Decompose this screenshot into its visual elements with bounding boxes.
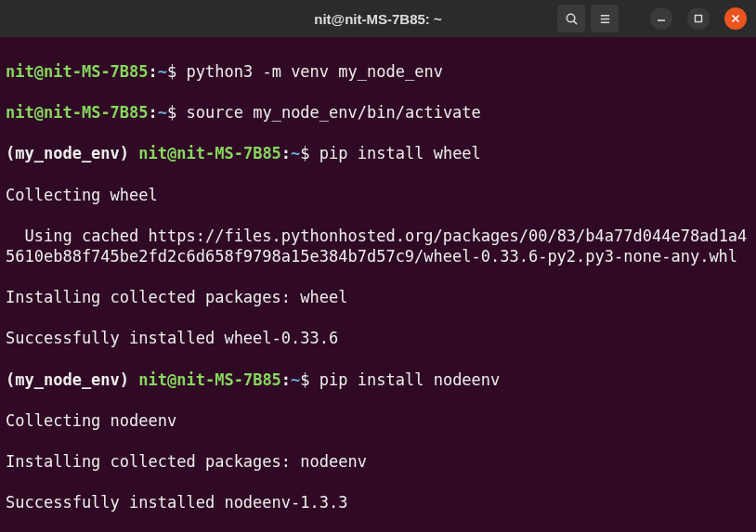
prompt-host: nit-MS-7B85 [176,144,281,162]
terminal-content[interactable]: nit@nit-MS-7B85:~$ python3 -m venv my_no… [0,37,756,532]
search-button[interactable] [557,5,585,32]
prompt-at: @ [167,370,176,389]
prompt-line: nit@nit-MS-7B85:~$ python3 -m venv my_no… [6,61,750,82]
command-text: python3 -m venv my_node_env [187,62,443,81]
prompt-path: ~ [158,62,167,81]
prompt-venv: (my_node_env) [6,144,138,162]
prompt-venv: (my_node_env) [6,370,138,389]
prompt-user: nit [6,62,34,81]
prompt-host: nit-MS-7B85 [44,62,149,81]
close-button[interactable] [724,7,747,30]
prompt-dollar: $ [300,370,319,389]
prompt-line: nit@nit-MS-7B85:~$ source my_node_env/bi… [6,102,750,123]
output-line: Using cached https://files.pythonhosted.… [6,226,750,266]
prompt-colon: : [149,103,158,122]
maximize-icon [694,14,703,23]
prompt-line: (my_node_env) nit@nit-MS-7B85:~$ pip ins… [6,370,750,390]
prompt-line: (my_node_env) nit@nit-MS-7B85:~$ pip ins… [6,143,750,163]
command-text: pip install wheel [319,144,481,162]
output-line: Collecting wheel [6,185,750,205]
command-text: source my_node_env/bin/activate [187,103,481,122]
prompt-host: nit-MS-7B85 [176,370,281,389]
output-line: Installing collected packages: wheel [6,287,750,307]
hamburger-icon [598,12,612,26]
prompt-user: nit [138,370,167,389]
output-line: Installing collected packages: nodeenv [6,451,750,472]
output-line: Successfully installed wheel-0.33.6 [6,328,750,348]
prompt-colon: : [149,62,158,81]
svg-point-0 [567,14,574,21]
prompt-at: @ [34,62,44,81]
command-text: pip install nodeenv [319,370,500,389]
maximize-button[interactable] [687,7,710,30]
titlebar-controls [557,5,756,32]
prompt-at: @ [34,103,44,122]
menu-button[interactable] [591,5,619,32]
prompt-dollar: $ [167,62,186,81]
search-icon [565,12,579,26]
titlebar: nit@nit-MS-7B85: ~ [0,0,756,37]
prompt-colon: : [281,144,291,162]
svg-rect-6 [696,16,702,22]
prompt-path: ~ [291,370,300,389]
output-line: Collecting nodeenv [6,410,750,431]
prompt-user: nit [138,144,167,162]
prompt-user: nit [6,103,34,122]
prompt-dollar: $ [167,103,186,122]
prompt-colon: : [281,370,291,389]
prompt-dollar: $ [300,144,319,162]
prompt-path: ~ [291,144,300,162]
prompt-path: ~ [158,103,167,122]
svg-line-1 [573,20,576,23]
output-line: Successfully installed nodeenv-1.3.3 [6,492,750,513]
prompt-host: nit-MS-7B85 [44,103,149,122]
close-icon [731,14,740,23]
minimize-icon [657,14,666,23]
minimize-button[interactable] [650,7,672,30]
prompt-at: @ [167,144,176,162]
